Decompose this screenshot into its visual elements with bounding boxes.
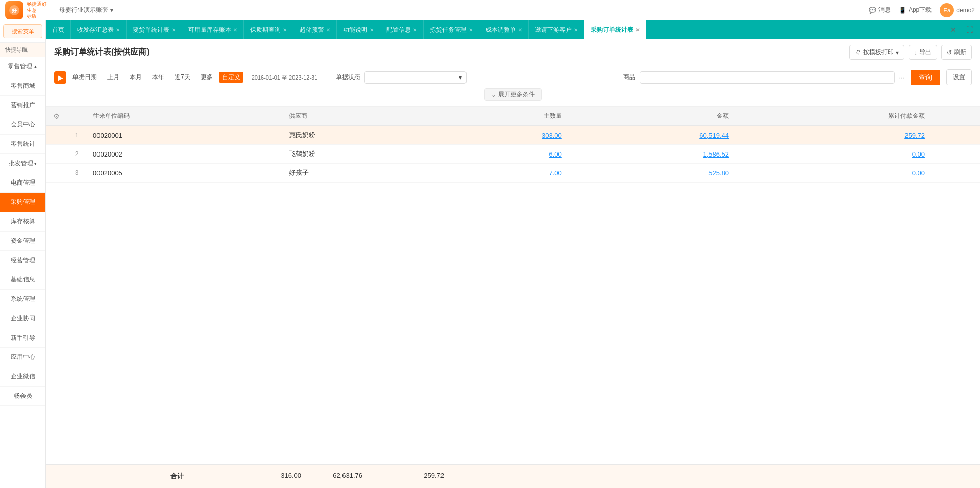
- row-index: 1: [66, 126, 87, 145]
- refresh-button[interactable]: ↺ 刷新: [941, 45, 972, 60]
- sidebar-item-marketing[interactable]: 营销推广: [0, 96, 45, 115]
- data-table: ⚙ 往来单位编码 供应商 主数量 金额 累计付款金额: [46, 107, 980, 183]
- nav-tab-function[interactable]: 功能说明 ✕: [337, 20, 380, 39]
- sidebar-item-retail-stats[interactable]: 零售统计: [0, 135, 45, 154]
- nav-tab-collection[interactable]: 收发存汇总表 ✕: [71, 20, 127, 39]
- print-icon: 🖨: [855, 49, 861, 56]
- sidebar-item-member[interactable]: 会员中心: [0, 115, 45, 135]
- row-settings: [46, 145, 66, 164]
- expand-more-row: ⌄ 展开更多条件: [54, 88, 972, 101]
- sidebar-item-corp-wechat[interactable]: 企业微信: [0, 367, 45, 387]
- close-tab-cost[interactable]: ✕: [518, 27, 522, 33]
- close-all-tabs-button[interactable]: ✕: [947, 23, 960, 36]
- sidebar-search-area: 搜索英单: [0, 20, 45, 43]
- close-tab-available-inventory[interactable]: ✕: [233, 27, 237, 33]
- row-paid: 0.00: [735, 145, 931, 164]
- phone-icon: 📱: [899, 7, 906, 14]
- sidebar-item-enterprise[interactable]: 企业协同: [0, 309, 45, 328]
- sidebar-item-finance[interactable]: 资金管理: [0, 232, 45, 251]
- date-shortcut-this-year[interactable]: 本年: [148, 72, 168, 83]
- nav-tab-home[interactable]: 首页: [46, 20, 71, 39]
- user-profile[interactable]: Ea demo2: [940, 3, 975, 17]
- avatar: Ea: [940, 3, 954, 17]
- svg-text:好: 好: [11, 8, 17, 13]
- close-tab-picking[interactable]: ✕: [469, 27, 473, 33]
- footer-label: [93, 469, 164, 484]
- sidebar-item-purchase[interactable]: 采购管理: [0, 193, 45, 212]
- close-tab-overstock[interactable]: ✕: [326, 27, 330, 33]
- status-filter-label: 单据状态: [336, 73, 360, 82]
- sidebar-item-ecommerce[interactable]: 电商管理: [0, 173, 45, 193]
- main-layout: 搜索英单 快捷导航 零售管理 ▲ 零售商城 营销推广 会员中心 零售统计 批发管…: [0, 20, 980, 488]
- sidebar: 搜索英单 快捷导航 零售管理 ▲ 零售商城 营销推广 会员中心 零售统计 批发管…: [0, 20, 46, 488]
- filter-toggle-button[interactable]: ▶: [54, 71, 66, 84]
- top-right-actions: 💬 消息 📱 App下载 Ea demo2: [869, 3, 975, 17]
- refresh-icon: ↺: [947, 49, 952, 56]
- row-code: 00020002: [87, 145, 283, 164]
- row-extra: [931, 145, 980, 164]
- table-row: 3 00020005 好孩子 7.00 525.80 0.00: [46, 164, 980, 183]
- close-tab-expiry[interactable]: ✕: [283, 27, 287, 33]
- workspace-name: 母婴行业演示账套: [59, 6, 108, 14]
- date-shortcut-last-month[interactable]: 上月: [103, 72, 124, 83]
- sidebar-item-wholesale[interactable]: 批发管理 ▾: [0, 154, 45, 173]
- sidebar-item-retail-mall[interactable]: 零售商城: [0, 76, 45, 96]
- sidebar-item-operations[interactable]: 经营管理: [0, 251, 45, 270]
- row-supplier: 飞鹤奶粉: [283, 145, 438, 164]
- sidebar-item-member2[interactable]: 畅会员: [0, 387, 45, 406]
- sidebar-item-app-center[interactable]: 应用中心: [0, 348, 45, 367]
- close-tab-config[interactable]: ✕: [413, 27, 417, 33]
- chevron-down-icon: ▾: [896, 49, 899, 56]
- close-tab-function[interactable]: ✕: [370, 27, 374, 33]
- nav-tab-purchase-order-stats[interactable]: 采购订单统计表 ✕: [584, 20, 646, 39]
- expand-more-button[interactable]: ⌄ 展开更多条件: [484, 88, 542, 101]
- row-code: 00020001: [87, 126, 283, 145]
- date-custom-button[interactable]: 自定义: [219, 72, 243, 83]
- row-amount: 1,586.52: [568, 145, 735, 164]
- print-button[interactable]: 🖨 按模板打印 ▾: [849, 45, 904, 60]
- col-header-extra: [931, 107, 980, 126]
- date-shortcut-7days[interactable]: 近7天: [170, 72, 194, 83]
- goods-input[interactable]: [640, 71, 895, 84]
- column-settings-icon[interactable]: ⚙: [53, 112, 60, 120]
- nav-tab-overstock[interactable]: 超储预警 ✕: [293, 20, 337, 39]
- logo-text: 畅捷通好生意 标版: [27, 1, 50, 19]
- nav-tab-invite[interactable]: 邀请下游客户 ✕: [529, 20, 584, 39]
- sidebar-item-inventory[interactable]: 库存核算: [0, 212, 45, 232]
- export-button[interactable]: ↓ 导出: [909, 45, 937, 60]
- date-shortcut-more[interactable]: 更多: [197, 72, 217, 83]
- nav-tab-available-inventory[interactable]: 可用量库存账本 ✕: [182, 20, 244, 39]
- col-header-supplier: 供应商: [283, 107, 438, 126]
- logo-area: 好 畅捷通好生意 标版: [5, 1, 50, 19]
- close-tab-purchase-stats[interactable]: ✕: [172, 27, 176, 33]
- query-button[interactable]: 查询: [911, 70, 940, 85]
- col-header-code: 往来单位编码: [87, 107, 283, 126]
- search-button[interactable]: 搜索英单: [3, 24, 42, 38]
- tab-end-buttons: ✕ ⛶: [943, 23, 980, 36]
- status-select[interactable]: ▾: [364, 71, 467, 84]
- close-tab-collection[interactable]: ✕: [116, 27, 120, 33]
- nav-tab-purchase-stats[interactable]: 要货单统计表 ✕: [127, 20, 182, 39]
- row-quantity: 7.00: [438, 164, 568, 183]
- col-header-amount: 金额: [568, 107, 735, 126]
- nav-tab-config[interactable]: 配置信息 ✕: [380, 20, 424, 39]
- sidebar-item-basic-info[interactable]: 基础信息: [0, 270, 45, 290]
- settings-button[interactable]: 设置: [946, 69, 972, 85]
- message-button[interactable]: 💬 消息: [869, 6, 891, 14]
- sidebar-item-retail-mgmt[interactable]: 零售管理 ▲: [0, 57, 45, 76]
- table-footer: 合计 316.00 62,631.76 259.72: [46, 464, 980, 488]
- close-tab-purchase-order-stats[interactable]: ✕: [635, 27, 640, 33]
- nav-tab-cost[interactable]: 成本调整单 ✕: [479, 20, 529, 39]
- nav-tab-expiry[interactable]: 保质期查询 ✕: [244, 20, 293, 39]
- app-download-button[interactable]: 📱 App下载: [899, 6, 932, 14]
- date-shortcut-this-month[interactable]: 本月: [126, 72, 146, 83]
- sidebar-item-guide[interactable]: 新手引导: [0, 328, 45, 348]
- more-options-icon[interactable]: ···: [899, 73, 904, 81]
- sidebar-item-system[interactable]: 系统管理: [0, 290, 45, 309]
- row-code: 00020005: [87, 164, 283, 183]
- nav-tabs-wrapper: 首页 收发存汇总表 ✕ 要货单统计表 ✕ 可用量库存账本 ✕ 保质期查询 ✕: [46, 20, 980, 39]
- workspace-selector[interactable]: 母婴行业演示账套 ▾: [55, 4, 117, 16]
- close-tab-invite[interactable]: ✕: [574, 27, 578, 33]
- maximize-button[interactable]: ⛶: [964, 23, 976, 36]
- nav-tab-picking[interactable]: 拣货任务管理 ✕: [424, 20, 479, 39]
